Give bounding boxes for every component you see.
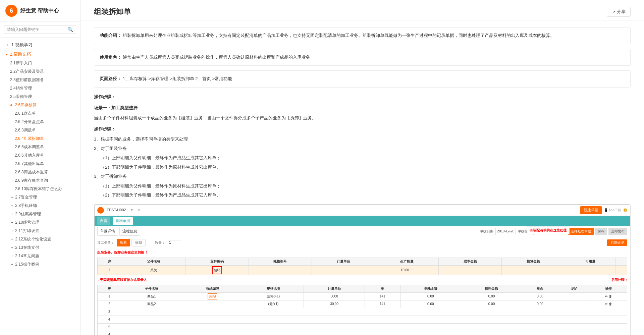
mock-type-label: 加工类型： <box>97 240 114 246</box>
sidebar-item-help-docs[interactable]: ● 2.帮助文档 <box>0 50 80 59</box>
mock-col-prod-qty: 生产数量 <box>375 258 438 265</box>
screenshot-container: TEST-H002 ▼ ⚙ 新建单据 📱 App下载 😊 自营 新增单据 <box>94 204 631 335</box>
table-row: 5 <box>98 323 627 331</box>
minus-icon: ● <box>5 52 8 57</box>
sidebar-item-sales[interactable]: 2.4销售管理 <box>0 84 80 93</box>
sidebar-item-transfer[interactable]: 2.6.3调拨单 <box>0 126 80 134</box>
plus-icon-7: ＋ <box>10 237 14 241</box>
step2-1: （1）上部明细为父件明细，最终作为产成品生成其它入库单； <box>101 154 631 162</box>
share-button[interactable]: ↗ 分享 <box>607 7 631 17</box>
plus-icon-2: ＋ <box>10 195 14 200</box>
sidebar-item-payment[interactable]: ＋ 2.13在线支付 <box>0 243 80 252</box>
nav-tree: ＋ 1.视频学习 ● 2.帮助文档 2.1新手入门 2.2产品安装及登录 2.3… <box>0 38 80 335</box>
mock-new-doc-btn[interactable]: 新建单据 <box>580 206 602 214</box>
search-box[interactable]: 🔍 <box>4 25 76 34</box>
mock-sub-tab-flow[interactable]: 流程信息 <box>119 227 140 236</box>
sidebar-item-stocktake[interactable]: 2.6.1盘点单 <box>0 109 80 118</box>
main-content: 组装拆卸单 ↗ 分享 功能介绍： 组装拆卸单用来处理企业组装或拆卸等加工业务，支… <box>80 0 644 335</box>
annotation-enable: 启用处理 ↑ <box>611 277 627 283</box>
search-input[interactable] <box>7 27 67 32</box>
scene1-desc: 当由多个子件材料组装成一个成品的业务为【组装】业务，当由一个父件拆分成多个子产品… <box>94 114 631 122</box>
mock-date-value: 2019-12-26 <box>495 228 516 235</box>
mock-col-parent-name: 父件名称 <box>122 258 185 265</box>
role-text: 通常由生产人员或库管人员完成拆装业务的操作，库管人员确认原材料的出库和产成品的入… <box>123 55 310 60</box>
mock-col-spec: 规格型号 <box>249 258 312 265</box>
sidebar-item-mobile[interactable]: ＋ 2.8手机旺铺 <box>0 202 80 210</box>
app-logo: 6 <box>5 5 17 17</box>
sidebar-item-finance[interactable]: ＋ 2.7资金管理 <box>0 193 80 202</box>
mock-app-logo <box>97 207 104 214</box>
mock-save-btn[interactable]: 保存 <box>595 228 607 235</box>
sidebar-item-beginner[interactable]: 2.1新手入门 <box>0 59 80 67</box>
share-icon: ↗ <box>612 9 615 14</box>
sidebar-item-inventory[interactable]: ● 2.6库存核算 <box>0 101 80 109</box>
plus-icon-4: ＋ <box>10 212 14 216</box>
mock-tab-self[interactable]: 自营 <box>97 217 110 225</box>
scene1-title: 场景一：加工类型选择 <box>94 104 631 112</box>
logo-area: 6 好生意 帮助中心 <box>0 0 80 22</box>
sidebar-item-assembly[interactable]: 2.6.4组装拆卸单 <box>0 134 80 143</box>
plus-icon-5: ＋ <box>10 220 14 225</box>
plus-icon-3: ＋ <box>10 203 14 208</box>
table-row: 6 <box>98 331 627 335</box>
mock-ui: TEST-H002 ▼ ⚙ 新建单据 📱 App下载 😊 自营 新增单据 <box>94 205 630 335</box>
mock-activate-btn[interactable]: 启用处理 <box>607 239 627 246</box>
step3: 3、对于拆卸业务 <box>94 172 631 180</box>
mock-tab-new-doc[interactable]: 新增单据 <box>113 217 133 225</box>
sidebar-item-other-in[interactable]: 2.6.6其他入库单 <box>0 151 80 160</box>
sidebar-item-data-prep[interactable]: 2.3使用前数据准备 <box>0 76 80 84</box>
plus-icon-8: ＋ <box>10 245 14 250</box>
plus-icon-9: ＋ <box>10 254 14 258</box>
role-label: 使用角色： <box>100 55 121 60</box>
sidebar-item-purchase[interactable]: 2.5采购管理 <box>0 93 80 101</box>
sidebar-item-faq[interactable]: ＋ 2.14常见问题 <box>0 252 80 260</box>
table-row: 1 商品1 编码1 规格(+1) 3000 141 0.00 0.00 0.00 <box>98 292 627 300</box>
step3-1: （1）上部明细为父件明细，最终作为原材料生成其它出库单； <box>101 182 631 190</box>
sidebar-item-inventory-error[interactable]: 2.6.10库存账本错了怎么办 <box>0 185 80 193</box>
sidebar-item-coupon[interactable]: ＋ 2.9优惠券管理 <box>0 210 80 218</box>
article-content: 功能介绍： 组装拆卸单用来处理企业组装或拆卸等加工业务，支持有固定装配清单的产品… <box>80 20 644 335</box>
sidebar-item-custom[interactable]: ＋ 2.12系统个性化设置 <box>0 235 80 243</box>
mock-form-row-type: 加工类型： 组装 拆卸 数量： 启用处理 <box>97 239 627 246</box>
sidebar-item-print[interactable]: ＋ 2.11打印设置 <box>0 227 80 235</box>
sidebar-item-video-learning[interactable]: ＋ 1.视频学习 <box>0 40 80 50</box>
plus-icon-10: ＋ <box>10 262 14 267</box>
sidebar-item-inventory-query[interactable]: 2.6.9库存账本查询 <box>0 176 80 185</box>
mock-col-calc: 核算金额 <box>502 258 565 265</box>
sidebar-item-partial-stocktake[interactable]: 2.6.2分量盘点单 <box>0 118 80 126</box>
sidebar-item-ops[interactable]: ＋ 2.10经营管理 <box>0 218 80 227</box>
mock-company: TEST-H002 <box>107 207 126 214</box>
mock-col-seq: 序 <box>98 258 122 265</box>
step2-2: （2）下部明细为子件明细，最终作为原材料生成其它出库单。 <box>101 163 631 171</box>
mock-sub-tab-detail[interactable]: 单据详情 <box>97 227 118 236</box>
annotation-no-fixed: ↓ 无固定清单可以直接在这里录入 <box>97 277 611 283</box>
mock-col-parent-code: 父件编码 <box>185 258 249 265</box>
sidebar-item-cost-adjust[interactable]: 2.6.5成本调整单 <box>0 143 80 151</box>
search-icon[interactable]: 🔍 <box>67 27 73 32</box>
mock-parent-area: 组装业务、拆卸业务在这里切换 ↑ <box>97 248 627 256</box>
path-block: 页面路径： 1、库存核算->库存管理->组装拆卸单 2、首页->常用功能 <box>94 70 631 88</box>
path-text: 1、库存核算->库存管理->组装拆卸单 2、首页->常用功能 <box>123 76 232 81</box>
sidebar-item-cost-recalc[interactable]: 2.6.8商品成本重算 <box>0 168 80 176</box>
step2: 2、对于组装业务 <box>94 145 631 152</box>
mock-form-area: 加工类型： 组装 拆卸 数量： 启用处理 组装业务、拆卸业务在这里切换 <box>95 237 630 335</box>
ops-steps-title: 操作步骤： <box>94 125 631 133</box>
table-row: 1 关关 编码 10,00+1 <box>98 265 627 275</box>
mock-qty-input[interactable] <box>168 240 181 245</box>
sidebar-item-cases[interactable]: ＋ 2.15操作案例 <box>0 260 80 269</box>
mock-publish-btn[interactable]: 立即发布 <box>608 228 627 235</box>
func-intro-block: 功能介绍： 组装拆卸单用来处理企业组装或拆卸等加工业务，支持有固定装配清单的产品… <box>94 27 631 44</box>
mock-doc-id-value: AD-20191226-001 <box>533 228 564 235</box>
mock-assemble-btn[interactable]: 组装 <box>117 239 130 246</box>
mock-single-date-label: 单据日期 <box>480 228 493 234</box>
step1: 1、根据不同的业务，选择不同单据的类型来处理 <box>94 135 631 143</box>
mock-disassemble-btn[interactable]: 拆卸 <box>131 239 146 246</box>
mock-process-btn[interactable]: 选择处理单据 <box>568 228 594 235</box>
main-header: 组装拆卸单 ↗ 分享 <box>80 0 644 20</box>
sidebar-item-install[interactable]: 2.2产品安装及登录 <box>0 67 80 76</box>
mock-col-available: 可用量 <box>565 258 615 265</box>
mock-top-bar: TEST-H002 ▼ ⚙ 新建单据 📱 App下载 😊 <box>95 205 630 216</box>
sidebar-item-other-out[interactable]: 2.6.7其他出库单 <box>0 160 80 168</box>
page-title: 组装拆卸单 <box>94 7 131 17</box>
mock-doc-id-label: 单据编号 <box>518 228 531 234</box>
